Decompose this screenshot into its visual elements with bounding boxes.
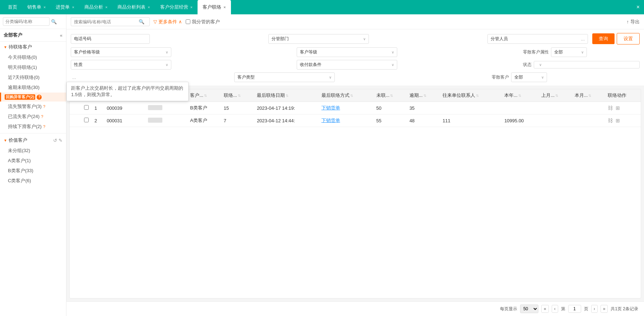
col-last-month[interactable]: 上月...⇅: [538, 89, 571, 102]
search-input[interactable]: [74, 19, 139, 24]
sidebar-item-today[interactable]: 今天待联络(0): [0, 52, 66, 62]
row-last-method-cell[interactable]: 下销货单: [319, 102, 374, 114]
sidebar-item-declining[interactable]: 持续下滑客户(2) ?: [0, 122, 66, 132]
action-buttons: 查询 设置: [592, 33, 640, 44]
phone-field[interactable]: 电话号码: [71, 34, 150, 44]
nav-purchase[interactable]: 进货单 ×: [51, 0, 79, 14]
sidebar-item-class-a[interactable]: A类客户(1): [0, 156, 66, 166]
gender-field[interactable]: 性质 ∨: [71, 60, 171, 70]
status-field[interactable]: ∨: [534, 61, 640, 69]
sidebar-item-ungrouped[interactable]: 未分组(32): [0, 146, 66, 156]
row-this-year-cell: 10995.00: [501, 114, 538, 127]
col-this-year[interactable]: 本年...⇅: [501, 89, 538, 102]
filter-row-1: 电话号码 分管部门 ∨ 分管人员 ... 查询 设置: [71, 33, 640, 44]
payment-arrow-icon: ∨: [392, 63, 394, 67]
nav-product-analysis-close[interactable]: ×: [105, 5, 107, 9]
row-grid-icon[interactable]: ⊞: [616, 105, 620, 111]
sidebar: 🔍 全部客户 « ▼ 待联络客户 今天待联络(0) 明天待联络(1) 近7天待联…: [0, 14, 66, 316]
export-icon: ↑: [627, 19, 629, 24]
row-checkbox-1[interactable]: [84, 118, 89, 122]
row-checkbox-cell[interactable]: [81, 114, 92, 127]
rebuy-label: 回购异常客户(2): [5, 94, 35, 100]
first-page-btn[interactable]: «: [541, 305, 549, 313]
col-unit-contact[interactable]: 往来单位联系人⇅: [440, 89, 501, 102]
my-customer-filter[interactable]: 我分管的客户: [186, 19, 220, 25]
value-refresh-icon[interactable]: ↺: [53, 138, 57, 143]
nav-product-analysis[interactable]: 商品分析 ×: [79, 0, 112, 14]
nav-sales[interactable]: 销售单 ×: [22, 0, 51, 14]
query-button[interactable]: 查询: [592, 33, 615, 44]
col-overdue[interactable]: 逾期...⇅: [407, 89, 440, 102]
nav-purchase-close[interactable]: ×: [72, 5, 74, 9]
dept-field[interactable]: 分管部门 ∨: [268, 34, 369, 44]
payment-field[interactable]: 收付款条件 ∨: [297, 60, 397, 70]
col-action: 联络动作: [605, 89, 641, 102]
retail-attr-field[interactable]: 全部 ∨: [551, 47, 587, 57]
last-date-sort-icon: ⇅: [286, 94, 288, 98]
sidebar-collapse-icon[interactable]: «: [60, 33, 62, 38]
next-page-btn[interactable]: ›: [591, 305, 598, 313]
more-conditions-btn[interactable]: ▽ 更多条件 ∧: [153, 19, 182, 25]
col-type[interactable]: 客户...⇅: [187, 89, 221, 102]
retail-customer-field[interactable]: 全部 ∨: [511, 72, 547, 82]
pending-arrow-icon: ▼: [4, 45, 7, 49]
col-last-contact-date[interactable]: 最后联络日期⇅: [254, 89, 319, 102]
value-edit-icon[interactable]: ✎: [59, 138, 62, 143]
row-this-month-cell: [572, 102, 605, 114]
sidebar-item-tomorrow[interactable]: 明天待联络(1): [0, 62, 66, 72]
row-last-method-cell[interactable]: 下销货单: [319, 114, 374, 127]
col-this-month[interactable]: 本月...⇅: [572, 89, 605, 102]
col-uncontacted[interactable]: 未联...⇅: [374, 89, 407, 102]
sidebar-item-churned[interactable]: 已流失客户(24) ?: [0, 112, 66, 122]
sidebar-item-churn-warning[interactable]: 流失预警客户(3) ?: [0, 102, 66, 112]
my-customer-checkbox[interactable]: [186, 19, 190, 24]
sidebar-item-class-c[interactable]: C类客户(6): [0, 176, 66, 186]
declining-help-icon[interactable]: ?: [43, 124, 45, 129]
nav-customer-contact-close[interactable]: ×: [223, 5, 226, 9]
nav-customer-contact[interactable]: 客户联络 ×: [198, 0, 231, 14]
settings-button[interactable]: 设置: [617, 33, 640, 44]
sidebar-pending-title[interactable]: ▼ 待联络客户: [0, 42, 66, 52]
nav-product-list-close[interactable]: ×: [148, 5, 150, 9]
sidebar-search-icon[interactable]: 🔍: [51, 19, 57, 24]
nav-customer-tier[interactable]: 客户分层经营 ×: [155, 0, 198, 14]
churn-warning-help-icon[interactable]: ?: [43, 104, 45, 109]
nav-sales-close[interactable]: ×: [43, 5, 46, 9]
sidebar-item-rebuy-abnormal[interactable]: 回购异常客户(2) ?: [0, 93, 66, 102]
nav-product-list[interactable]: 商品分析列表 ×: [112, 0, 155, 14]
nav-customer-tier-close[interactable]: ×: [190, 5, 193, 9]
value-group-actions: ↺ ✎: [53, 138, 62, 143]
person-field[interactable]: 分管人员 ...: [487, 34, 588, 44]
rebuy-help-icon[interactable]: ?: [37, 95, 42, 100]
prev-page-btn[interactable]: ‹: [552, 305, 558, 313]
sidebar-all-customers[interactable]: 全部客户 «: [0, 29, 66, 42]
col-contact[interactable]: 联络...⇅: [221, 89, 254, 102]
churned-help-icon[interactable]: ?: [41, 114, 43, 119]
price-grade-field[interactable]: 客户价格等级 ∨: [71, 47, 171, 57]
sidebar-value-group[interactable]: ▼ 价值客户 ↺ ✎: [0, 135, 66, 146]
sidebar-item-class-b[interactable]: B类客户(33): [0, 166, 66, 176]
row-grid-icon[interactable]: ⊞: [616, 118, 620, 123]
search-submit-icon[interactable]: 🔍: [139, 19, 144, 24]
row-checkbox-0[interactable]: [84, 105, 89, 110]
row-link-icon[interactable]: ⛓: [608, 105, 613, 111]
sidebar-item-overdue[interactable]: 逾期未联络(30): [0, 82, 66, 93]
page-number-input[interactable]: [568, 305, 581, 313]
row-checkbox-cell[interactable]: [81, 102, 92, 114]
close-all-tabs[interactable]: ×: [636, 4, 640, 10]
last-page-btn[interactable]: »: [601, 305, 608, 313]
nav-home[interactable]: 首页: [3, 0, 22, 14]
export-btn[interactable]: ↑ 导出: [627, 19, 640, 25]
customer-type-field[interactable]: 客户类型 ∨: [234, 72, 335, 82]
page-size-select[interactable]: 50 100: [520, 305, 538, 313]
customer-grade-field[interactable]: 客户等级 ∨: [297, 47, 397, 57]
sidebar-item-7days[interactable]: 近7天待联络(0): [0, 72, 66, 82]
value-arrow-icon: ▼: [4, 138, 7, 142]
col-last-contact-method[interactable]: 最后联络方式⇅: [319, 89, 374, 102]
page-suffix-label: 页: [584, 306, 588, 312]
sidebar-search-input[interactable]: [3, 17, 50, 26]
row-link-icon[interactable]: ⛓: [608, 118, 613, 123]
row-overdue-cell: 35: [407, 102, 440, 114]
rebuy-tooltip: 距客户上次交易时长，超过了此客户的平均交易周期的1.5倍，则视为异常。: [66, 82, 189, 101]
advanced-filter: 电话号码 分管部门 ∨ 分管人员 ... 查询 设置: [66, 29, 644, 86]
